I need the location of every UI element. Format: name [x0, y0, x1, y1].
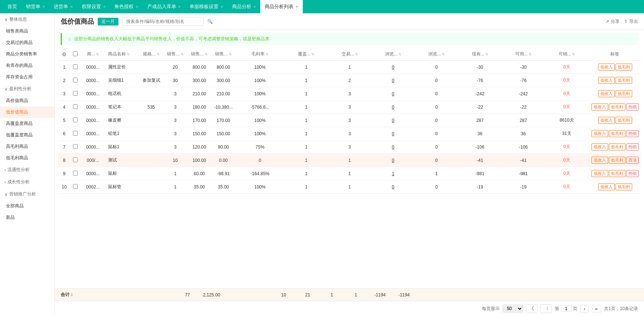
row-browse1[interactable]: 0 [371, 180, 415, 194]
nav-role-auth[interactable]: 角色授权× [110, 0, 142, 13]
th-browse2[interactable]: 浏览...⇅ [415, 48, 458, 61]
export-button[interactable]: ⇧ 导出 [624, 18, 638, 25]
sidebar-item-high-margin[interactable]: 高毛利商品 [0, 141, 54, 152]
th-sku[interactable]: 商...⇅ [80, 48, 106, 61]
nav-template-settings[interactable]: 单据模板设置× [185, 0, 227, 13]
search-icon[interactable]: 🔍 [207, 19, 213, 24]
sidebar-group-circulation[interactable]: › 流通性分析 [0, 164, 54, 176]
row-checkbox[interactable] [71, 140, 80, 154]
close-icon[interactable]: × [136, 4, 138, 9]
close-icon[interactable]: × [178, 4, 181, 9]
browse-link[interactable]: 0 [392, 91, 395, 96]
row-tags: 低收入低毛利 [588, 114, 641, 127]
nav-product-analysis-list[interactable]: 商品分析列表× [260, 0, 302, 13]
row-checkbox[interactable] [71, 167, 80, 180]
sidebar-group-growth[interactable]: › 成长性分析 [0, 176, 54, 188]
row-checkbox[interactable] [71, 61, 80, 74]
time-badge[interactable]: 近一月 [98, 18, 118, 26]
row-checkbox[interactable] [71, 101, 80, 114]
th-stock1[interactable]: 现有...⇅ [458, 48, 502, 61]
th-sales2[interactable]: 销售...⇅ [187, 48, 211, 61]
sidebar-group-overall[interactable]: ∨ 整体信息 [0, 13, 54, 26]
sidebar-item-new-goods[interactable]: 新品 [0, 212, 54, 223]
row-checkbox[interactable] [71, 74, 80, 87]
row-checkbox[interactable] [71, 114, 80, 127]
browse-link[interactable]: 0 [392, 65, 395, 70]
row-browse1[interactable]: 0 [371, 61, 415, 74]
nav-permission-settings[interactable]: 权限设置× [77, 0, 110, 13]
nav-product-stock[interactable]: 产成品入库单× [143, 0, 185, 13]
first-page-button[interactable]: 《 [526, 304, 537, 313]
close-icon[interactable]: × [103, 4, 105, 9]
row-browse1[interactable]: 0 [371, 101, 415, 114]
prev-page-button[interactable]: 〈 [540, 304, 552, 313]
sidebar-item-low-coverage[interactable]: 低覆盖度商品 [0, 129, 54, 141]
sidebar-group-marketing[interactable]: ∨ 营销推广分析 [0, 188, 54, 200]
browse-link[interactable]: 0 [392, 158, 395, 163]
th-name[interactable]: 商品名称⇅ [106, 48, 139, 61]
share-button[interactable]: ⇗ 分享 [606, 18, 620, 25]
th-trade[interactable]: 交易...⇅ [328, 48, 371, 61]
browse-link[interactable]: 0 [392, 118, 395, 123]
sidebar-item-traded-goods[interactable]: 交易过的商品 [0, 37, 54, 48]
row-browse1[interactable]: 0 [371, 87, 415, 101]
browse-link[interactable]: 0 [392, 145, 395, 150]
row-browse1[interactable]: 0 [371, 140, 415, 154]
sidebar-item-high-value[interactable]: 高价值商品 [0, 95, 54, 106]
row-checkbox[interactable] [71, 154, 80, 167]
sidebar-item-high-coverage[interactable]: 高覆盖度商品 [0, 118, 54, 129]
footer-label: 合计： [61, 292, 79, 298]
select-all-checkbox[interactable] [73, 51, 78, 56]
sidebar-item-low-value[interactable]: 低价值商品 [0, 106, 54, 118]
th-sales3[interactable]: 销售...⇅ [211, 48, 235, 61]
settings-icon[interactable]: ⚙ [62, 51, 67, 57]
th-coverage[interactable]: 覆盖...⇅ [285, 48, 328, 61]
sidebar-item-stock-goods[interactable]: 有库存的商品 [0, 60, 54, 71]
browse-link[interactable]: 0 [392, 131, 395, 136]
sidebar-item-category-sales-rate[interactable]: 商品分类销售率 [0, 48, 54, 60]
last-page-button[interactable]: » [592, 305, 601, 313]
row-checkbox[interactable] [71, 87, 80, 101]
th-gross-margin[interactable]: 毛利率⇅ [235, 48, 285, 61]
th-checkbox[interactable] [71, 48, 80, 61]
th-stock3[interactable]: 可销...⇅ [545, 48, 588, 61]
th-browse1[interactable]: 浏览...⇅ [371, 48, 415, 61]
nav-purchase-order[interactable]: 进货单× [49, 0, 77, 13]
row-browse1[interactable]: 1 [371, 167, 415, 180]
nav-product-analysis[interactable]: 商品分析× [228, 0, 260, 13]
th-settings[interactable]: ⚙ [58, 48, 71, 61]
row-tags: 低收入低毛利 [588, 74, 641, 87]
th-stock2[interactable]: 可用...⇅ [502, 48, 545, 61]
row-checkbox[interactable] [71, 127, 80, 140]
browse-link[interactable]: 1 [392, 171, 395, 176]
sidebar-group-profit[interactable]: ∨ 盈利性分析 [0, 83, 54, 95]
search-input[interactable] [122, 17, 204, 26]
th-spec[interactable]: 规格...⇅ [139, 48, 163, 61]
row-browse1[interactable]: 0 [371, 154, 415, 167]
row-browse1[interactable]: 0 [371, 74, 415, 87]
sidebar-item-stock-capital[interactable]: 库存资金占用 [0, 71, 54, 83]
page-size-select[interactable]: 50 20 100 [503, 305, 523, 313]
sidebar-item-all-goods[interactable]: 全部商品 [0, 200, 54, 212]
row-checkbox[interactable] [71, 180, 80, 194]
browse-link[interactable]: 0 [392, 105, 395, 110]
next-page-button[interactable]: › [580, 305, 588, 313]
th-sales1[interactable]: 销售...⇅ [163, 48, 187, 61]
close-icon[interactable]: × [70, 4, 73, 9]
close-icon[interactable]: × [254, 4, 256, 9]
nav-home[interactable]: 首页 [3, 0, 21, 13]
sidebar-item-sales-goods[interactable]: 销售类商品 [0, 26, 54, 37]
sidebar-item-low-margin[interactable]: 低毛利商品 [0, 152, 54, 164]
row-browse1[interactable]: 0 [371, 114, 415, 127]
row-browse1[interactable]: 0 [371, 127, 415, 140]
close-icon[interactable]: × [296, 4, 298, 9]
row-s2: 170.00 [187, 114, 211, 127]
browse-link[interactable]: 0 [392, 184, 395, 190]
browse-link[interactable]: 0 [392, 78, 395, 83]
page-number-input[interactable] [561, 305, 572, 312]
row-gross: -5766.6... [235, 101, 285, 114]
page-title: 低价值商品 [61, 17, 94, 26]
close-icon[interactable]: × [221, 4, 223, 9]
close-icon[interactable]: × [43, 4, 45, 9]
nav-sales-order[interactable]: 销货单× [21, 0, 49, 13]
